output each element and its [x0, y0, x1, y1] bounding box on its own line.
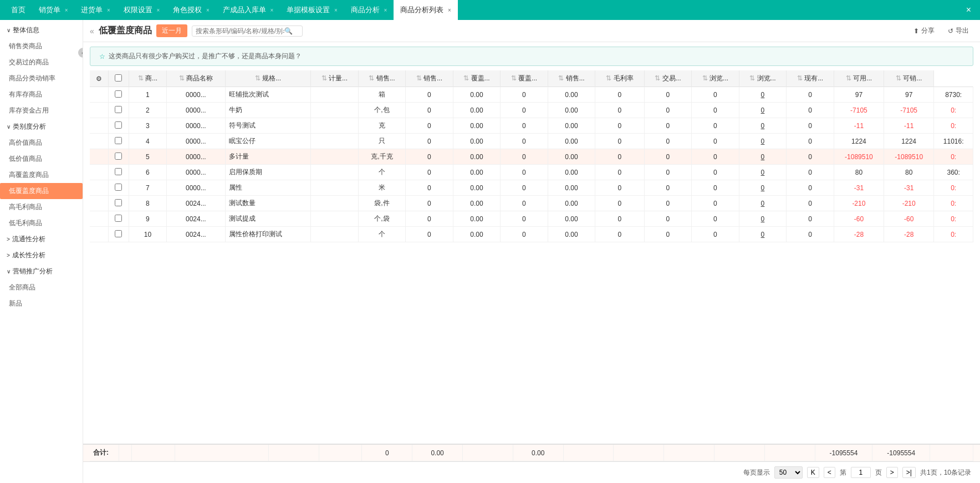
- sidebar-section-overall[interactable]: ∨ 整体信息: [0, 22, 83, 38]
- close-icon[interactable]: ×: [157, 7, 160, 13]
- close-icon[interactable]: ×: [448, 7, 451, 13]
- row-select-checkbox[interactable]: [115, 230, 122, 237]
- view1-link[interactable]: 0: [761, 138, 765, 145]
- unit-column-header[interactable]: ⇅ 计量...: [311, 70, 359, 87]
- row-view1[interactable]: 0: [739, 149, 787, 165]
- row-select-checkbox[interactable]: [115, 106, 122, 113]
- view1-link[interactable]: 0: [761, 184, 765, 192]
- settings-column-header[interactable]: ⚙: [90, 70, 108, 87]
- current-stock-column-header[interactable]: ⇅ 现有...: [787, 70, 834, 87]
- sidebar-item-all-products[interactable]: 全部商品: [0, 279, 83, 296]
- row-view1[interactable]: 0: [739, 87, 787, 103]
- sidebar-section-marketing[interactable]: ∨ 营销推广分析: [0, 263, 83, 279]
- row-view1[interactable]: 0: [739, 196, 787, 211]
- spec-column-header[interactable]: ⇅ 规格...: [225, 70, 311, 87]
- row-view1[interactable]: 0: [739, 211, 787, 227]
- nav-item-product-warehouse[interactable]: 产成品入库单 ×: [216, 0, 280, 20]
- coverage1-column-header[interactable]: ⇅ 覆盖...: [453, 70, 501, 87]
- name-column-header[interactable]: ⇅ 商品名称: [167, 70, 225, 87]
- row-select-checkbox[interactable]: [115, 168, 122, 175]
- view1-link[interactable]: 0: [761, 106, 765, 114]
- collapse-sidebar-icon[interactable]: «: [90, 27, 94, 35]
- share-button[interactable]: ⬆ 分享: [909, 24, 939, 37]
- sellable-column-header[interactable]: ⇅ 可销...: [884, 70, 934, 87]
- row-view1[interactable]: 0: [739, 180, 787, 196]
- close-icon[interactable]: ×: [65, 7, 68, 13]
- row-checkbox[interactable]: [108, 196, 129, 211]
- nav-item-permissions[interactable]: 权限设置 ×: [117, 0, 166, 20]
- close-all-button[interactable]: ×: [962, 5, 976, 15]
- nav-item-home[interactable]: 首页: [4, 0, 32, 20]
- close-icon[interactable]: ×: [384, 7, 387, 13]
- view1-link[interactable]: 0: [761, 122, 765, 130]
- sidebar-item-low-value[interactable]: 低价值商品: [0, 151, 83, 167]
- nav-item-product-analysis-list[interactable]: 商品分析列表 ×: [394, 0, 457, 20]
- row-select-checkbox[interactable]: [115, 121, 122, 129]
- view1-link[interactable]: 0: [761, 153, 765, 161]
- view1-link[interactable]: 0: [761, 169, 765, 176]
- close-icon[interactable]: ×: [270, 7, 274, 13]
- row-select-checkbox[interactable]: [115, 199, 122, 206]
- view1-link[interactable]: 0: [761, 215, 765, 223]
- sidebar-item-high-value[interactable]: 高价值商品: [0, 135, 83, 151]
- view1-link[interactable]: 0: [761, 231, 765, 238]
- row-view1[interactable]: 0: [739, 103, 787, 118]
- row-select-checkbox[interactable]: [115, 184, 122, 191]
- available-stock-column-header[interactable]: ⇅ 可用...: [834, 70, 884, 87]
- sidebar-item-high-gross[interactable]: 高毛利商品: [0, 199, 83, 215]
- view2-column-header[interactable]: ⇅ 浏览...: [739, 70, 787, 87]
- view1-link[interactable]: 0: [761, 200, 765, 207]
- sidebar-item-inventory-capital[interactable]: 库存资金占用: [0, 103, 83, 119]
- sidebar-item-low-gross[interactable]: 低毛利商品: [0, 215, 83, 231]
- row-checkbox[interactable]: [108, 211, 129, 227]
- sidebar-section-category-analysis[interactable]: ∨ 类别度分析: [0, 119, 83, 135]
- view1-column-header[interactable]: ⇅ 浏览...: [692, 70, 739, 87]
- row-checkbox[interactable]: [108, 87, 129, 103]
- close-icon[interactable]: ×: [334, 7, 338, 13]
- nav-item-sales[interactable]: 销货单 ×: [32, 0, 74, 20]
- sidebar-item-low-coverage[interactable]: 低覆盖度商品: [0, 183, 83, 199]
- first-page-button[interactable]: K: [807, 467, 819, 478]
- row-checkbox[interactable]: [108, 118, 129, 134]
- nav-item-template-settings[interactable]: 单据模板设置 ×: [280, 0, 344, 20]
- close-icon[interactable]: ×: [107, 7, 110, 13]
- sidebar-section-growth[interactable]: > 成长性分析: [0, 247, 83, 263]
- nav-item-product-analysis[interactable]: 商品分析 ×: [344, 0, 394, 20]
- nav-item-roles[interactable]: 角色授权 ×: [166, 0, 216, 20]
- row-select-checkbox[interactable]: [115, 152, 122, 160]
- gross-margin-column-header[interactable]: ⇅ 毛利率: [595, 70, 644, 87]
- row-view1[interactable]: 0: [739, 134, 787, 149]
- sales-qty-column-header[interactable]: ⇅ 销售...: [358, 70, 406, 87]
- row-checkbox[interactable]: [108, 149, 129, 165]
- row-select-checkbox[interactable]: [115, 137, 122, 144]
- sidebar-item-new-products[interactable]: 新品: [0, 296, 83, 312]
- trade-column-header[interactable]: ⇅ 交易...: [644, 70, 692, 87]
- sidebar-item-traded-products[interactable]: 交易过的商品: [0, 54, 83, 70]
- per-page-select[interactable]: 50 20 100 200: [774, 466, 803, 479]
- row-select-checkbox[interactable]: [115, 90, 122, 98]
- row-view1[interactable]: 0: [739, 227, 787, 242]
- row-checkbox[interactable]: [108, 103, 129, 118]
- next-page-button[interactable]: >: [886, 467, 898, 478]
- checkbox-column-header[interactable]: [108, 70, 129, 87]
- row-select-checkbox[interactable]: [115, 215, 122, 222]
- row-view1[interactable]: 0: [739, 165, 787, 180]
- date-filter-button[interactable]: 近一月: [156, 24, 187, 37]
- prev-page-button[interactable]: <: [824, 467, 835, 478]
- sidebar-section-liquidity[interactable]: > 流通性分析: [0, 231, 83, 247]
- sidebar-item-sales-products[interactable]: 销售类商品: [0, 38, 83, 54]
- row-checkbox[interactable]: [108, 134, 129, 149]
- coverage2-column-header[interactable]: ⇅ 覆盖...: [501, 70, 548, 87]
- row-view1[interactable]: 0: [739, 118, 787, 134]
- sales-amount-column-header[interactable]: ⇅ 销售...: [406, 70, 453, 87]
- search-input[interactable]: [196, 27, 284, 35]
- sidebar-item-in-stock-products[interactable]: 有库存商品: [0, 87, 83, 103]
- row-checkbox[interactable]: [108, 227, 129, 242]
- select-all-checkbox[interactable]: [115, 74, 122, 82]
- view1-link[interactable]: 0: [761, 91, 765, 99]
- sidebar-item-category-turnover[interactable]: 商品分类动销率: [0, 70, 83, 87]
- row-checkbox[interactable]: [108, 165, 129, 180]
- sidebar-item-high-coverage[interactable]: 高覆盖度商品: [0, 167, 83, 183]
- code-column-header[interactable]: ⇅ 商...: [129, 70, 167, 87]
- last-page-button[interactable]: >|: [902, 467, 916, 478]
